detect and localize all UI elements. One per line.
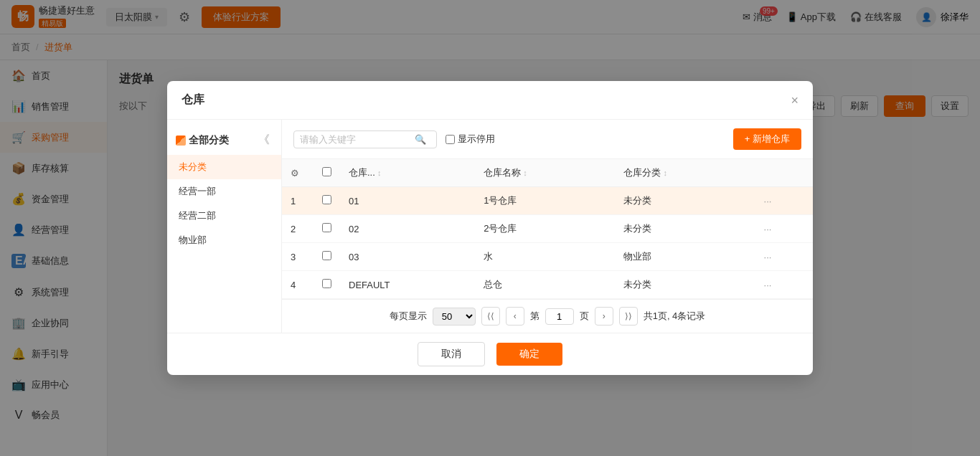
total-info: 共1页, 4条记录 (644, 310, 706, 323)
row-checkbox[interactable] (322, 251, 331, 260)
modal-action-footer: 取消 确定 (167, 333, 813, 375)
more-icon[interactable]: ··· (764, 280, 772, 290)
row-code: 03 (340, 243, 475, 271)
table-row[interactable]: 1 01 1号仓库 未分类 ··· (282, 187, 813, 215)
show-disabled-checkbox-label[interactable]: 显示停用 (446, 133, 495, 146)
row-checkbox-cell[interactable] (314, 243, 340, 271)
row-checkbox-cell[interactable] (314, 215, 340, 243)
page-number-input[interactable] (545, 308, 574, 325)
col-category-header[interactable]: 仓库分类 (615, 159, 755, 187)
prev-page-button[interactable]: ‹ (506, 307, 524, 326)
warehouse-table-wrap: ⚙ 仓库... 仓库名称 仓库分类 1 01 1号仓库 未分类 (282, 159, 813, 299)
row-index: 3 (282, 243, 314, 271)
show-disabled-checkbox[interactable] (446, 135, 455, 144)
category-item-property[interactable]: 物业部 (167, 228, 281, 252)
row-checkbox[interactable] (322, 195, 331, 204)
col-name-header[interactable]: 仓库名称 (475, 159, 615, 187)
search-box[interactable]: 🔍 (293, 130, 437, 148)
row-name: 水 (475, 243, 615, 271)
row-name: 2号仓库 (475, 215, 615, 243)
modal-toolbar: 🔍 显示停用 + 新增仓库 (282, 120, 813, 159)
table-row[interactable]: 2 02 2号仓库 未分类 ··· (282, 215, 813, 243)
row-category: 未分类 (615, 215, 755, 243)
modal-sidebar-header: 全部分类 《 (167, 125, 281, 155)
row-index: 1 (282, 187, 314, 215)
col-action-header (755, 159, 813, 187)
row-code: 02 (340, 215, 475, 243)
per-page-label: 每页显示 (390, 310, 427, 323)
category-item-ops2[interactable]: 经营二部 (167, 204, 281, 228)
table-header-row: ⚙ 仓库... 仓库名称 仓库分类 (282, 159, 813, 187)
col-checkbox-header[interactable] (314, 159, 340, 187)
more-icon[interactable]: ··· (764, 224, 772, 234)
table-pagination: 每页显示 50 100 200 ⟨⟨ ‹ 第 页 › ⟩⟩ 共1页, 4条记录 (282, 299, 813, 333)
row-more-action[interactable]: ··· (755, 243, 813, 271)
row-more-action[interactable]: ··· (755, 271, 813, 299)
row-category: 未分类 (615, 271, 755, 299)
table-row[interactable]: 4 DEFAULT 总仓 未分类 ··· (282, 271, 813, 299)
modal-body: 全部分类 《 未分类 经营一部 经营二部 物业部 (167, 120, 813, 333)
row-more-action[interactable]: ··· (755, 187, 813, 215)
row-name: 总仓 (475, 271, 615, 299)
page-number-label: 第 (530, 310, 540, 323)
close-icon[interactable]: × (791, 94, 798, 107)
first-page-button[interactable]: ⟨⟨ (481, 307, 500, 326)
row-code: DEFAULT (340, 271, 475, 299)
category-label-1: 经营一部 (179, 186, 216, 196)
row-checkbox-cell[interactable] (314, 271, 340, 299)
add-warehouse-button[interactable]: + 新增仓库 (733, 128, 801, 150)
page-suffix: 页 (580, 310, 589, 323)
category-icon (176, 136, 186, 146)
category-item-ops1[interactable]: 经营一部 (167, 179, 281, 204)
row-index: 4 (282, 271, 314, 299)
more-icon[interactable]: ··· (764, 252, 772, 262)
row-checkbox-cell[interactable] (314, 187, 340, 215)
search-icon[interactable]: 🔍 (415, 134, 426, 145)
row-checkbox[interactable] (322, 223, 331, 232)
row-category: 物业部 (615, 243, 755, 271)
per-page-select[interactable]: 50 100 200 (433, 308, 476, 326)
search-input[interactable] (300, 134, 415, 145)
confirm-button[interactable]: 确定 (496, 343, 562, 366)
row-name: 1号仓库 (475, 187, 615, 215)
collapse-icon[interactable]: 《 (255, 131, 273, 149)
show-disabled-label: 显示停用 (458, 133, 495, 146)
col-gear[interactable]: ⚙ (282, 159, 314, 187)
modal-overlay: 仓库 × 全部分类 《 未分类 经营一部 (0, 0, 980, 456)
cancel-button[interactable]: 取消 (418, 342, 485, 366)
table-row[interactable]: 3 03 水 物业部 ··· (282, 243, 813, 271)
modal-main: 🔍 显示停用 + 新增仓库 ⚙ (282, 120, 813, 333)
row-index: 2 (282, 215, 314, 243)
more-icon[interactable]: ··· (764, 196, 772, 206)
modal-title: 仓库 (182, 92, 204, 108)
warehouse-table: ⚙ 仓库... 仓库名称 仓库分类 1 01 1号仓库 未分类 (282, 159, 813, 299)
col-code-header[interactable]: 仓库... (340, 159, 475, 187)
category-label-0: 未分类 (179, 161, 207, 172)
row-category: 未分类 (615, 187, 755, 215)
category-label-2: 经营二部 (179, 210, 216, 221)
row-checkbox[interactable] (322, 279, 331, 288)
warehouse-modal: 仓库 × 全部分类 《 未分类 经营一部 (167, 81, 813, 375)
modal-sidebar: 全部分类 《 未分类 经营一部 经营二部 物业部 (167, 120, 282, 333)
next-page-button[interactable]: › (595, 307, 613, 326)
row-code: 01 (340, 187, 475, 215)
category-item-uncategorized[interactable]: 未分类 (167, 155, 281, 179)
last-page-button[interactable]: ⟩⟩ (619, 307, 638, 326)
category-title-text: 全部分类 (189, 134, 229, 147)
modal-header: 仓库 × (167, 81, 813, 120)
row-more-action[interactable]: ··· (755, 215, 813, 243)
select-all-checkbox[interactable] (322, 167, 331, 176)
category-title: 全部分类 (176, 134, 229, 147)
category-label-3: 物业部 (179, 234, 207, 245)
